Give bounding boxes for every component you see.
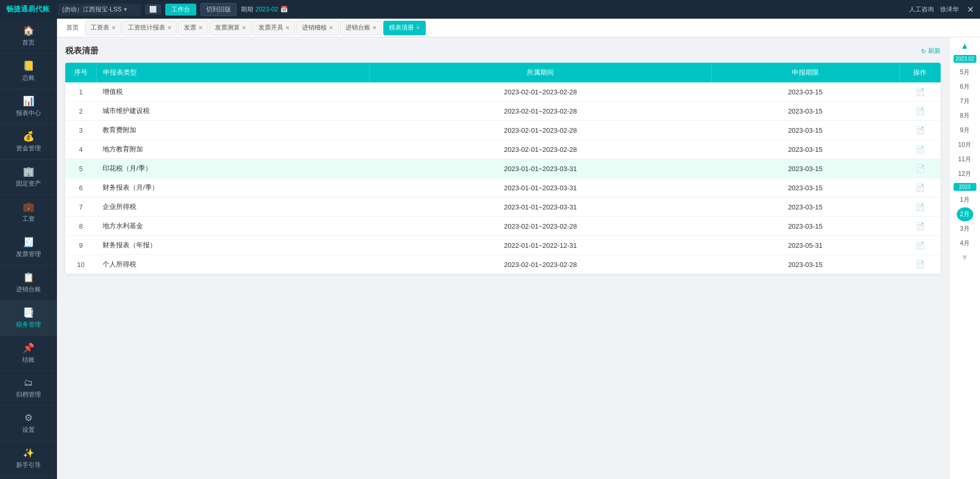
cell-action: 📄 [899,255,941,274]
sidebar-item-tax[interactable]: 📑税务管理 [0,301,57,336]
tab-close-tax-register[interactable]: ✕ [416,25,420,31]
page-title-bar: 税表清册 ↻ 刷新 [65,46,941,57]
cell-no: 8 [65,217,96,236]
rs-month-05[interactable]: 5月 [954,65,976,79]
tab-close-payroll-report[interactable]: ✕ [167,25,171,31]
cell-period: 2023-02-01~2023-02-28 [370,82,712,102]
cell-type: 城市维护建设税 [96,102,370,121]
company-name: (勿动）江西报宝-LSS [62,5,122,14]
period-label: 期期 2023-02 📅 [241,5,288,14]
table-row: 8 地方水利基金 2023-02-01~2023-02-28 2023-03-1… [65,217,941,236]
rs-month-07[interactable]: 7月 [954,94,976,108]
cell-type: 个人所得税 [96,255,370,274]
sidebar-item-fund[interactable]: 💰资金管理 [0,124,57,160]
archive-icon: 🗂 [24,377,33,388]
period-nav-up[interactable]: ▲ [959,39,971,53]
cell-deadline: 2023-03-15 [711,140,899,159]
cell-deadline: 2023-03-15 [711,82,899,102]
action-doc-icon[interactable]: 📄 [916,145,925,153]
sidebar-label-close: 结账 [22,356,35,364]
action-doc-icon[interactable]: 📄 [916,164,925,173]
tab-close-payroll[interactable]: ✕ [111,25,116,31]
tab-purchase-check[interactable]: 进销稽核✕ [296,21,339,35]
sidebar-label-purchase: 进销台账 [16,285,41,294]
sidebar-item-invoice[interactable]: 🧾发票管理 [0,230,57,265]
action-doc-icon[interactable]: 📄 [916,107,925,115]
tab-tax-register[interactable]: 税表清册✕ [383,21,426,35]
table-row: 2 城市维护建设税 2023-02-01~2023-02-28 2023-03-… [65,102,941,121]
calendar-icon[interactable]: 📅 [280,6,288,13]
tab-invoice-check[interactable]: 发票测算✕ [209,21,252,35]
tab-label-invoice-check: 发票测算 [215,23,240,32]
rs-month-09[interactable]: 9月 [954,123,976,137]
sidebar-item-archive[interactable]: 🗂归档管理 [0,371,57,406]
top-bar: 畅捷通易代账 (勿动）江西报宝-LSS ▾ ⬜ 工作台 切到旧版 期期 2023… [0,0,980,19]
rs-month-03[interactable]: 3月 [954,222,976,236]
tab-close-invoice-open[interactable]: ✕ [285,25,290,31]
tab-home[interactable]: 首页 [61,23,84,32]
sidebar-item-home[interactable]: 🏠首页 [0,19,57,54]
top-right-actions: 人工咨询 徐泽华 ✕ [909,5,974,15]
cell-period: 2023-02-01~2023-02-28 [370,217,712,236]
period-text: 期期 [241,5,253,14]
cell-deadline: 2023-05-31 [711,236,899,255]
sidebar-item-payroll[interactable]: 💼工资 [0,195,57,230]
cell-type: 财务报表（年报） [96,236,370,255]
sidebar-item-report[interactable]: 📊报表中心 [0,89,57,124]
sidebar-item-ledger[interactable]: 📒总账 [0,54,57,89]
action-doc-icon[interactable]: 📄 [916,126,925,134]
sidebar-item-purchase[interactable]: 📋进销台账 [0,265,57,301]
rs-month-02[interactable]: 2月 [957,207,973,221]
tab-payroll-report[interactable]: 工资统计报表✕ [122,21,177,35]
page-title: 税表清册 [65,46,98,57]
tab-payroll[interactable]: 工资表✕ [85,21,121,35]
action-doc-icon[interactable]: 📄 [916,260,925,269]
cell-period: 2022-01-01~2022-12-31 [370,236,712,255]
action-doc-icon[interactable]: 📄 [916,203,925,211]
ledger-icon: 📒 [23,60,34,72]
action-doc-icon[interactable]: 📄 [916,241,925,249]
rs-month-08[interactable]: 8月 [954,109,976,123]
close-window-button[interactable]: ✕ [967,5,974,15]
refresh-icon: ↻ [921,48,926,55]
refresh-button[interactable]: ↻ 刷新 [921,47,941,55]
sidebar-item-close[interactable]: 📌结账 [0,336,57,371]
rs-month-01[interactable]: 1月 [954,193,976,207]
action-doc-icon[interactable]: 📄 [916,184,925,192]
rs-month-10[interactable]: 10月 [954,138,976,152]
tab-close-invoice-check[interactable]: ✕ [242,25,246,31]
cell-action: 📄 [899,178,941,198]
cell-no: 10 [65,255,96,274]
sidebar-item-guide[interactable]: ✨新手引导 [0,441,57,476]
action-doc-icon[interactable]: 📄 [916,88,925,96]
switch-version-button[interactable]: 切到旧版 [200,3,237,16]
period-value[interactable]: 2023-02 [255,6,278,13]
tab-invoice-open[interactable]: 发票开具✕ [253,21,295,35]
cell-no: 6 [65,178,96,198]
cell-type: 企业所得税 [96,198,370,217]
tab-label-payroll-report: 工资统计报表 [128,23,165,32]
tab-purchase-ledger[interactable]: 进销台账✕ [340,21,382,35]
ai-consult-button[interactable]: 人工咨询 [909,5,934,14]
company-selector[interactable]: (勿动）江西报宝-LSS ▾ [58,4,141,16]
copy-button[interactable]: ⬜ [145,4,161,15]
period-nav-down[interactable]: ▼ [959,251,971,264]
sidebar-item-settings[interactable]: ⚙设置 [0,406,57,441]
rs-month-06[interactable]: 6月 [954,80,976,94]
tab-close-purchase-check[interactable]: ✕ [329,25,333,31]
tab-invoice[interactable]: 发票✕ [178,21,208,35]
purchase-icon: 📋 [23,272,34,283]
rs-month-12[interactable]: 12月 [954,167,976,181]
tab-close-invoice[interactable]: ✕ [198,25,203,31]
rs-month-11[interactable]: 11月 [954,152,976,166]
sidebar-item-vip[interactable]: 👑畅会员 [0,476,57,479]
workbench-button[interactable]: 工作台 [165,4,196,16]
action-doc-icon[interactable]: 📄 [916,222,925,230]
cell-no: 2 [65,102,96,121]
user-menu[interactable]: 徐泽华 [940,5,959,14]
refresh-label: 刷新 [928,47,941,55]
tab-close-purchase-ledger[interactable]: ✕ [372,25,377,31]
rs-month-04[interactable]: 4月 [954,236,976,250]
sidebar-item-asset[interactable]: 🏢固定资产 [0,160,57,195]
cell-deadline: 2023-03-15 [711,198,899,217]
